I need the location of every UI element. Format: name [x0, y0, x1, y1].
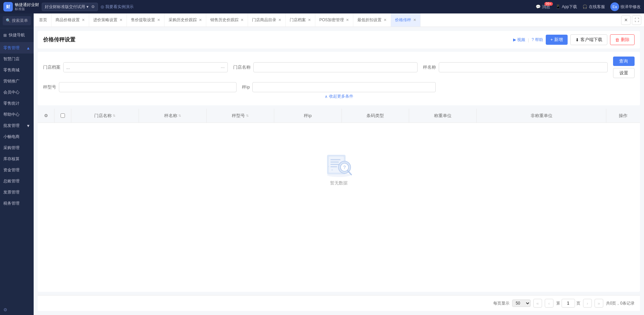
tab-purchase-history[interactable]: 采购历史价跟踪 ✕ [165, 13, 206, 27]
tab-home[interactable]: 首页 [35, 13, 51, 27]
sidebar-item-help-center[interactable]: 帮助中心 [0, 109, 34, 120]
tab-price-scale[interactable]: 价格传秤 ✕ [391, 13, 421, 27]
sidebar-item-invoice-mgmt[interactable]: 发票管理 [0, 187, 34, 198]
sidebar-item-smart-store[interactable]: 智慧门店 [0, 54, 34, 65]
sort-store-name-icon[interactable]: ⇅ [113, 114, 115, 117]
close-tab-sale-price-extract[interactable]: ✕ [157, 18, 160, 22]
help-btn[interactable]: ? 帮助 [532, 37, 543, 43]
close-tab-purchase-history[interactable]: ✕ [199, 18, 202, 22]
th-settings[interactable]: ⚙ [38, 109, 55, 123]
empty-illustration: ? [320, 150, 357, 180]
store-archive-dots-icon[interactable]: ··· [218, 65, 227, 70]
user-menu[interactable]: Ea 徐泽华修改 [610, 2, 641, 11]
svg-rect-6 [330, 166, 337, 167]
sidebar-item-inventory[interactable]: 库存核算 [0, 153, 34, 165]
close-tab-store-archive[interactable]: ✕ [308, 18, 311, 22]
sidebar-item-member-center[interactable]: 会员中心 [0, 87, 34, 98]
page-number-input[interactable] [562, 299, 575, 308]
demo-link[interactable]: ◎ 我要看实例演示 [101, 4, 134, 10]
sidebar-settings-btn[interactable]: ⚙ [0, 305, 34, 315]
tab-pos-encrypt[interactable]: POS加密管理 ✕ [315, 13, 353, 27]
app-download-btn[interactable]: 📱 App下载 [556, 4, 577, 10]
settings-icon[interactable]: ⚙ [91, 4, 95, 9]
query-btn[interactable]: 查询 [613, 57, 635, 66]
prev-page-btn[interactable]: ‹ [545, 299, 553, 308]
collapse-btn[interactable]: ∧ 收起更多条件 [43, 92, 635, 101]
add-btn[interactable]: + 新增 [546, 35, 568, 45]
next-page-icon: › [586, 301, 588, 306]
sidebar-item-tax-mgmt[interactable]: 税务管理 [0, 198, 34, 209]
sidebar-item-wholesale-mgmt[interactable]: 批发管理 ▼ [0, 120, 34, 131]
filter-store-archive: 门店档案 ··· [43, 57, 228, 78]
eye-icon: ◎ [101, 4, 104, 9]
close-tab-min-discount[interactable]: ✕ [384, 18, 387, 22]
empty-text: 暂无数据 [330, 180, 348, 186]
question-icon: ? [532, 37, 534, 42]
app-logo: 财 畅捷通好业财 标准版 [3, 2, 39, 11]
last-page-btn[interactable]: » [595, 299, 603, 308]
sidebar-item-purchase-mgmt[interactable]: 采购管理 [0, 142, 34, 153]
empty-state: ? 暂无数据 [38, 123, 640, 213]
nav-tabs-bar: 首页 商品价格设置 ✕ 进价策略设置 ✕ 售价提取设置 ✕ 采购历史价跟踪 ✕ … [34, 13, 644, 27]
expand-icon: ▲ [26, 46, 30, 50]
tab-sale-price-extract[interactable]: 售价提取设置 ✕ [127, 13, 165, 27]
filter-row-2: 秤型号 秤ip [43, 82, 635, 92]
headset-icon: 🎧 [582, 4, 587, 9]
delete-btn[interactable]: 🗑 删除 [610, 34, 635, 45]
th-checkbox[interactable] [55, 109, 71, 123]
last-page-icon: » [598, 301, 600, 306]
client-download-btn[interactable]: ⬇ 客户端下载 [570, 34, 607, 45]
close-tab-sales-history[interactable]: ✕ [241, 18, 244, 22]
next-page-btn[interactable]: › [583, 299, 592, 308]
close-tab-price-scale[interactable]: ✕ [413, 18, 416, 22]
online-service-btn[interactable]: 🎧 在线客服 [582, 4, 605, 10]
message-btn[interactable]: 💬 消息 99+ [536, 4, 550, 10]
page-actions: ▶ 视频 | ? 帮助 + 新增 ⬇ 客户端下载 [513, 34, 635, 45]
edition-selector[interactable]: 好业财标准版交付试用 ▾ ⚙ [42, 3, 98, 11]
sidebar-item-marketing[interactable]: 营销推广 [0, 76, 34, 87]
app-logo-icon: 财 [3, 2, 13, 11]
filter-scale-ip: 秤ip [242, 82, 435, 92]
close-all-tabs-btn[interactable]: ✕ [621, 15, 631, 25]
select-all-checkbox[interactable] [61, 113, 65, 118]
page-title: 价格传秤设置 [43, 36, 75, 43]
first-page-btn[interactable]: « [533, 299, 542, 308]
svg-point-11 [331, 169, 333, 171]
sort-scale-name-icon[interactable]: ⇅ [178, 114, 181, 117]
sidebar-item-retail-stats[interactable]: 零售统计 [0, 98, 34, 109]
sidebar-item-retail-mall[interactable]: 零售商城 [0, 65, 34, 76]
search-menu-button[interactable]: 🔍 搜索菜单 [3, 16, 31, 25]
sidebar-item-quick-nav[interactable]: ⊞ 快捷导航 [0, 30, 34, 41]
th-barcode-type: 条码类型 [342, 109, 409, 123]
close-tab-product-price[interactable]: ✕ [82, 18, 85, 22]
page-size-select[interactable]: 50 10 20 100 [512, 300, 531, 307]
scale-name-input[interactable] [439, 62, 608, 72]
sidebar-item-ecommerce[interactable]: 小畅电商 [0, 131, 34, 142]
scale-ip-input[interactable] [252, 82, 435, 92]
sidebar-item-retail-mgmt[interactable]: 零售管理 ▲ [0, 42, 34, 54]
tab-min-discount[interactable]: 最低折扣设置 ✕ [353, 13, 391, 27]
sidebar-item-finance[interactable]: 资金管理 [0, 165, 34, 176]
main-content: 首页 商品价格设置 ✕ 进价策略设置 ✕ 售价提取设置 ✕ 采购历史价跟踪 ✕ … [34, 13, 644, 315]
close-tab-store-catalog[interactable]: ✕ [278, 18, 281, 22]
filter-row-1: 门店档案 ··· 门店名称 秤名称 [43, 57, 635, 78]
scale-model-input[interactable] [59, 82, 237, 92]
video-btn[interactable]: ▶ 视频 [513, 37, 525, 43]
close-tab-purchase-strategy[interactable]: ✕ [119, 18, 122, 22]
sidebar-item-general-ledger[interactable]: 总账管理 [0, 176, 34, 187]
sidebar: 🔍 搜索菜单 ⊞ 快捷导航 零售管理 ▲ 智慧门店 零售商城 营销推广 会员中心… [0, 13, 34, 315]
tab-purchase-strategy[interactable]: 进价策略设置 ✕ [89, 13, 127, 27]
sort-scale-model-icon[interactable]: ⇅ [246, 114, 249, 117]
expand-tabs-btn[interactable]: ⛶ [632, 15, 641, 25]
tab-sales-history[interactable]: 销售历史价跟踪 ✕ [206, 13, 248, 27]
store-name-input[interactable] [253, 62, 418, 72]
close-tab-pos-encrypt[interactable]: ✕ [346, 18, 349, 22]
tab-product-price[interactable]: 商品价格设置 ✕ [51, 13, 89, 27]
setting-btn[interactable]: 设置 [613, 68, 635, 78]
tab-store-archive[interactable]: 门店档案 ✕ [286, 13, 315, 27]
tab-store-catalog[interactable]: 门店商品目录 ✕ [248, 13, 286, 27]
store-archive-input[interactable] [64, 63, 218, 72]
nav-tabs-end: ✕ ⛶ [621, 15, 643, 25]
page-area: 价格传秤设置 ▶ 视频 | ? 帮助 + 新增 ⬇ [34, 27, 644, 315]
store-archive-input-wrapper: ··· [63, 62, 228, 72]
